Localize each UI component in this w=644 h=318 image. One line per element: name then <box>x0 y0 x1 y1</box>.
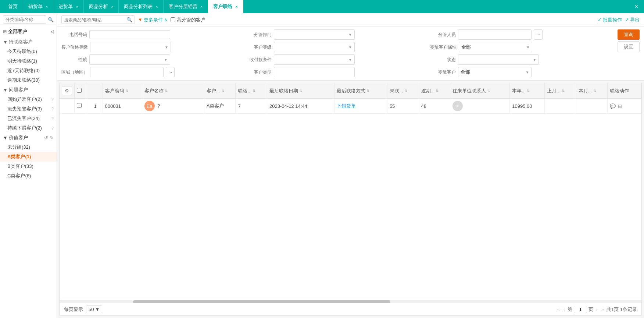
th-contact[interactable]: 联络...⇅ <box>236 83 267 99</box>
more-filters-button[interactable]: ▼ 更多条件 ∧ <box>138 17 168 23</box>
th-last-contact-method[interactable]: 最后联络方式⇅ <box>334 83 387 99</box>
region-more-btn[interactable]: ··· <box>166 67 175 77</box>
customer-level-select[interactable]: ▼ <box>274 42 355 52</box>
th-this-year[interactable]: 本年...⇅ <box>510 83 545 99</box>
customer-name-text: ？ <box>156 103 161 109</box>
select-all-checkbox[interactable] <box>77 88 82 93</box>
last-page-button[interactable]: » <box>600 307 605 312</box>
last-contact-date-value: 2023-04-12 14:44: <box>269 103 308 109</box>
section-problem-customers[interactable]: ▼ 问题客户 <box>0 85 57 95</box>
sidebar-item-today-pending[interactable]: 今天待联络(0) <box>0 47 57 56</box>
sidebar-collapse-btn[interactable]: ◁ <box>50 29 54 34</box>
grid-action-icon[interactable]: ⊞ <box>618 103 622 109</box>
sidebar-item-unclassified[interactable]: 未分组(32) <box>0 142 57 152</box>
nav-tab-purchase-close[interactable]: × <box>76 4 78 9</box>
region-select[interactable] <box>90 67 164 77</box>
th-last-month[interactable]: 上月...⇅ <box>544 83 576 99</box>
prev-page-button[interactable]: ‹ <box>562 307 566 312</box>
th-name[interactable]: 客户名称⇅ <box>142 83 204 99</box>
sidebar-search-icon[interactable]: 🔍 <box>48 17 54 22</box>
person-select[interactable] <box>458 29 532 40</box>
overdue-days-value: 48 <box>421 103 426 109</box>
retail-attr-select[interactable]: 全部 ▼ <box>459 42 532 52</box>
th-code[interactable]: 客户编码⇅ <box>103 83 142 99</box>
total-records-label: 共1页 1条记录 <box>607 306 637 313</box>
th-last-contact-date[interactable]: 最后联络日期⇅ <box>267 83 334 99</box>
table-scroll[interactable]: ⚙ 客户编码⇅ 客户名称⇅ <box>60 83 641 300</box>
dept-select[interactable]: ▼ <box>274 29 355 40</box>
customer-level-label: 客户等级 <box>246 44 272 50</box>
horizontal-scrollbar[interactable] <box>60 300 641 303</box>
nav-tab-analysis-list-close[interactable]: × <box>155 4 158 9</box>
th-gear[interactable]: ⚙ <box>60 83 75 99</box>
main-search-input[interactable] <box>64 17 125 22</box>
th-overdue[interactable]: 逾期...⇅ <box>419 83 450 99</box>
nature-chevron-icon: ▼ <box>164 58 168 62</box>
table-row: 1 000031 Ea ？ <box>60 99 641 114</box>
query-button[interactable]: 查询 <box>618 29 640 40</box>
nav-tab-customer-tier-close[interactable]: × <box>200 4 203 9</box>
edit-icon[interactable]: ✎ <box>50 135 54 141</box>
chat-icon[interactable]: 💬 <box>610 103 616 109</box>
all-customers-label: 全部客户 <box>8 28 27 35</box>
td-checkbox[interactable] <box>75 99 88 114</box>
gear-button[interactable]: ⚙ <box>62 86 72 95</box>
th-uncontacted[interactable]: 未联...⇅ <box>387 83 419 99</box>
page-size-select[interactable]: 50 ▼ <box>86 305 102 313</box>
page-number-input[interactable] <box>574 306 587 313</box>
nav-tab-home[interactable]: 首页 <box>3 0 23 13</box>
first-page-button[interactable]: « <box>556 307 561 312</box>
row-checkbox[interactable] <box>77 103 82 108</box>
td-overdue: 48 <box>419 99 450 114</box>
main-search-icon[interactable]: 🔍 <box>126 17 132 22</box>
sidebar-item-churned[interactable]: 已流失客户(24) ? <box>0 114 57 123</box>
sidebar-item-churn-warning[interactable]: 流失预警客户(3) ? <box>0 104 57 114</box>
retail-customer-select[interactable]: 全部 ▼ <box>458 67 532 77</box>
sidebar-item-overdue[interactable]: 逾期未联络(30) <box>0 75 57 85</box>
nav-tab-sales[interactable]: 销货单 × <box>23 0 53 13</box>
scrollbar-thumb[interactable] <box>133 300 390 303</box>
customer-type-select[interactable] <box>274 67 355 77</box>
sidebar-item-declining[interactable]: 持续下滑客户(2) ? <box>0 123 57 133</box>
my-customers-checkbox-container[interactable]: 我分管的客户 <box>171 17 205 23</box>
nature-select[interactable]: ▼ <box>89 54 170 65</box>
nav-tab-purchase[interactable]: 进货单 × <box>53 0 83 13</box>
sidebar-item-repurchase-abnormal[interactable]: 回购异常客户(2) ? <box>0 95 57 104</box>
person-more-btn[interactable]: ··· <box>534 29 543 40</box>
settings-button[interactable]: 设置 <box>618 41 640 52</box>
phone-input[interactable] <box>89 30 170 39</box>
section-pending-contact[interactable]: ▼ 待联络客户 <box>0 37 57 47</box>
close-all-button[interactable]: × <box>632 3 641 10</box>
nav-tab-analysis[interactable]: 商品分析 × <box>84 0 119 13</box>
nav-tab-analysis-close[interactable]: × <box>111 4 113 9</box>
my-customers-checkbox[interactable] <box>171 17 175 22</box>
th-checkbox[interactable] <box>75 83 88 99</box>
status-select[interactable]: ▼ <box>458 54 539 65</box>
payment-select[interactable]: ▼ <box>274 54 355 65</box>
sidebar-item-c-class[interactable]: C类客户(6) <box>0 171 57 181</box>
sidebar-item-7day-pending[interactable]: 近7天待联络(0) <box>0 66 57 75</box>
nav-tab-customer-contact-close[interactable]: × <box>235 4 237 9</box>
sidebar-item-a-class[interactable]: A类客户(1) <box>0 152 57 162</box>
last-contact-method-link[interactable]: 下销货单 <box>337 103 356 109</box>
th-this-month[interactable]: 本月...⇅ <box>576 83 608 99</box>
nav-tab-customer-tier[interactable]: 客户分层经营 × <box>164 0 208 13</box>
filter-field-payment: 收付款条件 ▼ <box>246 54 430 65</box>
sidebar-item-tomorrow-pending[interactable]: 明天待联络(1) <box>0 56 57 66</box>
export-link[interactable]: ↗ 导出 <box>625 17 640 23</box>
section-value-customers[interactable]: ▼ 价值客户 ↺ ✎ <box>0 133 57 142</box>
sidebar-all-customers[interactable]: ⊞ 全部客户 ◁ <box>0 26 57 37</box>
next-page-button[interactable]: › <box>595 307 598 312</box>
nav-tab-analysis-list[interactable]: 商品分析列表 × <box>119 0 163 13</box>
page-text-label: 第 <box>568 306 572 313</box>
nav-tab-customer-contact[interactable]: 客户联络 × <box>208 0 243 13</box>
sidebar-search-input[interactable] <box>3 15 46 24</box>
nav-tab-sales-close[interactable]: × <box>46 4 48 9</box>
refresh-icon[interactable]: ↺ <box>44 135 48 141</box>
sidebar-item-b-class[interactable]: B类客户(33) <box>0 162 57 171</box>
help-icon-1: ? <box>51 97 54 102</box>
price-level-select[interactable]: ▼ <box>90 42 171 52</box>
th-category[interactable]: 客户...⇅ <box>204 83 236 99</box>
th-unit-contact[interactable]: 往来单位联系人⇅ <box>450 83 510 99</box>
batch-operation-link[interactable]: ✓ 批量操作 <box>598 17 622 23</box>
